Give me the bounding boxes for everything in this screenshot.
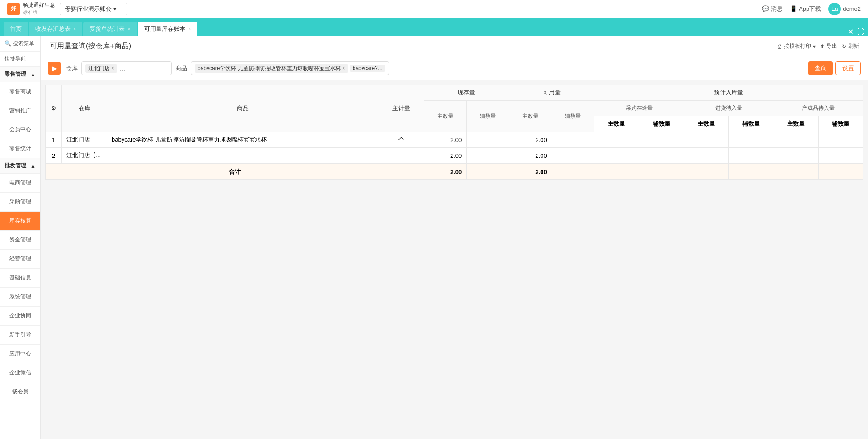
product-tag-1-label: babycare学饮杯 儿童防摔防撞吸管杯重力球吸嘴杯宝宝水杯 [198, 65, 341, 72]
sidebar-item-retail-header[interactable]: 零售管理 ▲ [0, 67, 40, 82]
avatar: Ea [828, 3, 841, 15]
refresh-button[interactable]: ↻ 刷新 [842, 42, 859, 50]
filter-group: 仓库 江北门店 × … 商品 babycare学饮杯 儿童防摔防撞吸管杯重力球吸… [66, 61, 803, 75]
wholesale-label: 批发管理 [5, 162, 26, 170]
tab-requisition[interactable]: 要货单统计表 × [83, 22, 137, 36]
purchase-label: 采购管理 [9, 198, 31, 206]
message-button[interactable]: 💬 消息 [762, 5, 783, 13]
warehouse-filter-input[interactable]: 江北门店 × … [81, 61, 172, 75]
remove-warehouse-tag-icon[interactable]: × [111, 65, 114, 71]
row-num: 1 [46, 132, 62, 148]
product-tag-2[interactable]: babycare?... [350, 65, 385, 72]
enterprise-label: 企业协同 [9, 312, 31, 320]
incoming-group-header: 预计入库量 [594, 85, 863, 101]
close-all-icon[interactable]: ✕ [848, 28, 854, 36]
expand-icon[interactable]: ⛶ [857, 28, 864, 36]
message-label: 消息 [771, 5, 783, 13]
transfer-main-header: 主数量 [684, 116, 729, 132]
sidebar-item-ecommerce[interactable]: 电商管理 [0, 174, 40, 193]
refresh-label: 刷新 [848, 42, 859, 50]
product-filter-input[interactable]: babycare学饮杯 儿童防摔防撞吸管杯重力球吸嘴杯宝宝水杯 × babyca… [191, 61, 389, 75]
row-purchase-main [594, 132, 639, 148]
transfer-subgroup-header: 进货待入量 [684, 101, 774, 116]
warehouse-tag-1[interactable]: 江北门店 × [85, 64, 117, 73]
tab-receive[interactable]: 收发存汇总表 × [29, 22, 82, 36]
sidebar-item-vip[interactable]: 畅会员 [0, 382, 40, 401]
vip-label: 畅会员 [12, 388, 28, 396]
sidebar-item-newbie[interactable]: 新手引导 [0, 326, 40, 345]
row-transfer-aux [729, 148, 774, 164]
tab-inventory[interactable]: 可用量库存账本 × [138, 22, 197, 36]
sidebar-item-wholesale-header[interactable]: 批发管理 ▲ [0, 158, 40, 174]
username-label: demo2 [843, 5, 861, 12]
tab-home[interactable]: 首页 [4, 22, 28, 36]
app-download-button[interactable]: 📱 App下载 [790, 5, 821, 13]
row-avail-main: 2.00 [509, 148, 552, 164]
export-label: 导出 [826, 42, 837, 50]
sidebar-item-purchase[interactable]: 采购管理 [0, 193, 40, 212]
row-unit: 个 [379, 132, 424, 148]
sidebar-search[interactable]: 🔍 搜索菜单 [0, 36, 40, 52]
sidebar-item-wechat[interactable]: 企业微信 [0, 363, 40, 382]
product-filter-label: 商品 [175, 64, 187, 72]
filter-toggle-button[interactable]: ▶ [48, 62, 61, 75]
footer-pr-main [774, 164, 818, 180]
close-icon[interactable]: × [188, 26, 191, 32]
search-label: 搜索菜单 [13, 40, 34, 47]
settings-col-header[interactable] [46, 85, 62, 132]
basic-label: 基础信息 [9, 274, 31, 282]
sidebar-quick-nav[interactable]: 快捷导航 [0, 52, 40, 67]
industry-selector[interactable]: 母婴行业演示账套 [60, 3, 127, 15]
logo-icon: 好 [7, 3, 20, 15]
row-avail-aux [552, 132, 594, 148]
data-table: 仓库 商品 主计量 现存量 可用量 预计入库量 主数量 辅数量 主数量 辅数量 … [45, 85, 863, 180]
sidebar-item-appstore[interactable]: 应用中心 [0, 345, 40, 363]
row-transfer-main [684, 148, 729, 164]
row-purchase-aux [639, 148, 684, 164]
sidebar-item-enterprise[interactable]: 企业协同 [0, 307, 40, 326]
close-icon[interactable]: × [127, 26, 130, 32]
sidebar-item-marketing[interactable]: 营销推广 [0, 101, 40, 120]
export-button[interactable]: ⬆ 导出 [820, 42, 837, 50]
chevron-icon: ▲ [30, 163, 36, 169]
row-production-main [774, 148, 818, 164]
warehouse-col-header: 仓库 [62, 85, 107, 132]
industry-label: 母婴行业演示账套 [65, 5, 112, 13]
row-production-aux [818, 148, 863, 164]
sidebar-item-retail-mall[interactable]: 零售商城 [0, 82, 40, 101]
top-bar-right: 💬 消息 📱 App下载 Ea demo2 [762, 3, 861, 15]
template-print-button[interactable]: 🖨 按模板打印 ▾ [777, 42, 816, 50]
sidebar-item-basic[interactable]: 基础信息 [0, 269, 40, 288]
chevron-down-icon: ▾ [813, 43, 816, 50]
sidebar-item-finance[interactable]: 资金管理 [0, 231, 40, 250]
app-label: App下载 [799, 5, 821, 13]
sidebar-item-inventory[interactable]: 库存核算 [0, 212, 40, 231]
operations-label: 经营管理 [9, 255, 31, 263]
retail-label: 零售管理 [5, 71, 26, 78]
row-stock-main: 2.00 [424, 148, 467, 164]
filter-dots-icon[interactable]: … [119, 64, 126, 72]
sidebar-item-operations[interactable]: 经营管理 [0, 250, 40, 269]
sidebar-item-system[interactable]: 系统管理 [0, 288, 40, 307]
sidebar-item-retail-stats[interactable]: 零售统计 [0, 139, 40, 158]
filter-actions: 查询 设置 [808, 61, 861, 75]
tab-receive-label: 收发存汇总表 [35, 25, 71, 33]
refresh-icon: ↻ [842, 43, 846, 50]
row-avail-aux [552, 148, 594, 164]
table-footer-row: 合计 2.00 2.00 [46, 164, 863, 180]
user-menu[interactable]: Ea demo2 [828, 3, 861, 15]
query-button[interactable]: 查询 [808, 61, 833, 75]
page-title: 可用量查询(按仓库+商品) [50, 42, 131, 51]
row-transfer-aux [729, 132, 774, 148]
purchase-main-header: 主数量 [594, 116, 639, 132]
close-icon[interactable]: × [73, 26, 76, 32]
table-row: 2 江北门店【... 2.00 2.00 [46, 148, 863, 164]
product-tag-1[interactable]: babycare学饮杯 儿童防摔防撞吸管杯重力球吸嘴杯宝宝水杯 × [195, 64, 348, 73]
sidebar-item-member[interactable]: 会员中心 [0, 120, 40, 139]
chevron-icon: ▲ [30, 71, 36, 78]
content-area: 可用量查询(按仓库+商品) 🖨 按模板打印 ▾ ⬆ 导出 ↻ 刷新 ▶ [41, 36, 868, 439]
settings-button[interactable]: 设置 [835, 61, 861, 75]
remove-product-tag-1-icon[interactable]: × [342, 65, 345, 71]
retail-stats-label: 零售统计 [9, 145, 31, 152]
footer-stock-main: 2.00 [424, 164, 467, 180]
